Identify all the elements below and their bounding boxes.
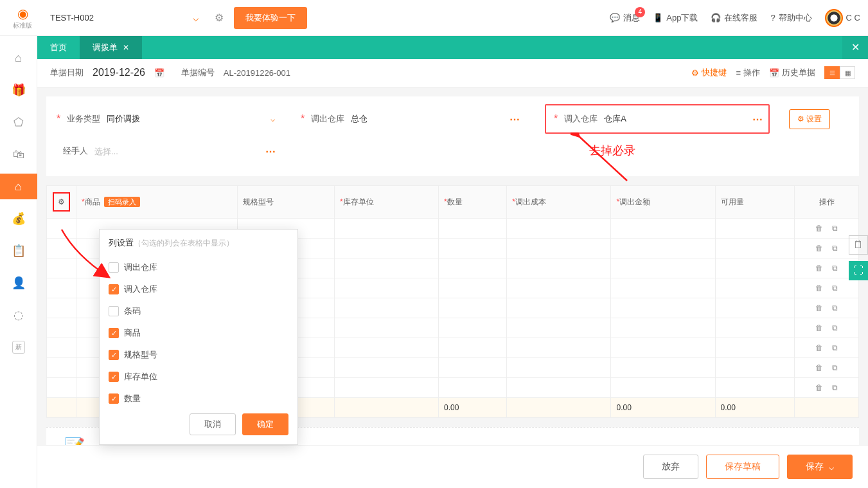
biz-type-field[interactable]: *业务类型 同价调拨 ⌵ bbox=[57, 113, 281, 125]
column-option[interactable]: ✓库存单位 bbox=[109, 366, 288, 388]
checkbox-icon bbox=[109, 262, 119, 273]
settings-button[interactable]: ⚙ 设置 bbox=[789, 109, 830, 129]
delete-icon[interactable]: 🗑 bbox=[815, 323, 823, 332]
nav-clipboard-icon[interactable]: 📋 bbox=[12, 244, 25, 257]
gear-icon[interactable]: ⚙ bbox=[215, 12, 224, 24]
out-store-field[interactable]: *调出仓库 总仓 ⋯ bbox=[301, 113, 526, 125]
delete-icon[interactable]: 🗑 bbox=[815, 224, 823, 233]
chevron-down-icon: ⌵ bbox=[193, 12, 199, 24]
nav-bag-icon[interactable]: 🛍 bbox=[12, 148, 25, 161]
copy-icon[interactable]: ⧉ bbox=[832, 323, 838, 332]
tab-transfer[interactable]: 调拨单 ✕ bbox=[80, 36, 142, 59]
nav-contact-icon[interactable]: 👤 bbox=[12, 276, 25, 289]
doc-date-value[interactable]: 2019-12-26 bbox=[93, 67, 145, 78]
app-download-link[interactable]: 📱 App下载 bbox=[653, 12, 698, 24]
cancel-button[interactable]: 取消 bbox=[190, 413, 236, 435]
tab-bar: 首页 调拨单 ✕ ✕ bbox=[37, 36, 868, 59]
popup-title: 列设置（勾选的列会在表格中显示） bbox=[100, 230, 297, 257]
sum-amount: 0.00 bbox=[611, 398, 715, 418]
close-icon[interactable]: ✕ bbox=[123, 43, 129, 52]
more-icon[interactable]: ⋯ bbox=[752, 113, 762, 125]
col-out-cost: *调出成本 bbox=[507, 186, 611, 219]
calendar-icon[interactable]: 📅 bbox=[154, 68, 164, 78]
copy-icon[interactable]: ⧉ bbox=[832, 363, 838, 372]
abandon-button[interactable]: 放弃 bbox=[643, 455, 698, 479]
nav-money-icon[interactable]: 💰 bbox=[12, 212, 25, 225]
help-center-link[interactable]: ? 帮助中心 bbox=[770, 12, 811, 24]
column-settings-popup: 列设置（勾选的列会在表格中显示） 调出仓库✓调入仓库条码✓商品✓规格型号✓库存单… bbox=[99, 229, 298, 445]
expand-icon[interactable]: ⛶ bbox=[849, 261, 868, 280]
column-settings-button[interactable]: ⚙ bbox=[53, 192, 70, 212]
nav-new-icon[interactable]: 新 bbox=[12, 341, 25, 354]
view-toggle: ☰ ▦ bbox=[824, 66, 855, 79]
handler-field[interactable]: 经手人 ⋯ bbox=[57, 145, 281, 157]
copy-icon[interactable]: ⧉ bbox=[832, 383, 838, 392]
handler-input[interactable] bbox=[94, 147, 281, 156]
chevron-down-icon: ⌵ bbox=[829, 462, 834, 472]
store-name: TEST-H002 bbox=[50, 13, 94, 23]
save-draft-button[interactable]: 保存草稿 bbox=[706, 455, 779, 479]
nav-loading-icon[interactable]: ◌ bbox=[12, 309, 25, 321]
nav-home-icon[interactable]: ⌂ bbox=[12, 51, 25, 64]
edition-label: 标准版 bbox=[13, 21, 32, 30]
column-option[interactable]: ✓调入仓库 bbox=[109, 278, 288, 300]
nav-tag-icon[interactable]: ⬠ bbox=[12, 116, 25, 129]
close-all-icon[interactable]: ✕ bbox=[842, 36, 868, 59]
message-badge: 4 bbox=[635, 7, 645, 17]
copy-icon[interactable]: ⧉ bbox=[832, 264, 838, 273]
delete-icon[interactable]: 🗑 bbox=[815, 303, 823, 312]
col-out-amount: *调出金额 bbox=[611, 186, 715, 219]
content-area: 首页 调拨单 ✕ ✕ 单据日期 2019-12-26 📅 单据编号 AL-201… bbox=[37, 36, 868, 488]
doc-date-label: 单据日期 bbox=[50, 67, 84, 78]
col-product: *商品扫码录入 bbox=[76, 186, 238, 219]
column-option[interactable]: 条码 bbox=[109, 300, 288, 322]
save-button[interactable]: 保存⌵ bbox=[787, 455, 853, 479]
column-option[interactable]: ✓数量 bbox=[109, 388, 288, 404]
try-button[interactable]: 我要体验一下 bbox=[234, 7, 307, 29]
doc-no-label: 单据编号 bbox=[181, 67, 215, 78]
chat-icon: 💬 bbox=[610, 13, 620, 23]
delete-icon[interactable]: 🗑 bbox=[815, 343, 823, 352]
checkbox-icon: ✓ bbox=[109, 350, 119, 360]
messages-link[interactable]: 💬 消息 4 bbox=[610, 12, 640, 24]
tab-home[interactable]: 首页 bbox=[37, 36, 80, 59]
store-selector[interactable]: TEST-H002 ⌵ bbox=[50, 8, 204, 28]
history-link[interactable]: 📅历史单据 bbox=[769, 67, 815, 78]
delete-icon[interactable]: 🗑 bbox=[815, 244, 823, 253]
col-ops: 操作 bbox=[795, 186, 859, 219]
view-grid-icon[interactable]: ▦ bbox=[840, 66, 855, 79]
doc-toolbar: 单据日期 2019-12-26 📅 单据编号 AL-20191226-001 ⚙… bbox=[37, 59, 868, 88]
more-icon[interactable]: ⋯ bbox=[509, 113, 519, 125]
confirm-button[interactable]: 确定 bbox=[242, 413, 288, 435]
copy-icon[interactable]: ⧉ bbox=[832, 343, 838, 352]
delete-icon[interactable]: 🗑 bbox=[815, 264, 823, 273]
column-option[interactable]: 调出仓库 bbox=[109, 257, 288, 278]
column-list[interactable]: 调出仓库✓调入仓库条码✓商品✓规格型号✓库存单位✓数量单位2 bbox=[100, 257, 297, 404]
checkbox-icon bbox=[109, 306, 119, 316]
more-icon[interactable]: ⋯ bbox=[265, 145, 275, 158]
copy-icon[interactable]: ⧉ bbox=[832, 284, 838, 293]
form-area: *业务类型 同价调拨 ⌵ *调出仓库 总仓 ⋯ *调入仓库 仓库A ⋯ ⚙ 设置 bbox=[46, 96, 859, 176]
column-option[interactable]: ✓商品 bbox=[109, 322, 288, 344]
user-menu[interactable]: C C bbox=[825, 9, 860, 27]
in-store-field[interactable]: *调入仓库 仓库A ⋯ bbox=[545, 104, 770, 134]
logo[interactable]: ◉ 标准版 bbox=[8, 6, 37, 30]
nav-warehouse-icon[interactable]: ⌂ bbox=[0, 174, 37, 199]
delete-icon[interactable]: 🗑 bbox=[815, 383, 823, 392]
copy-icon[interactable]: ⧉ bbox=[832, 244, 838, 253]
scan-button[interactable]: 扫码录入 bbox=[104, 197, 140, 207]
phone-icon: 📱 bbox=[653, 13, 663, 23]
checkbox-icon: ✓ bbox=[109, 393, 119, 404]
copy-icon[interactable]: ⧉ bbox=[832, 303, 838, 312]
nav-gift-icon[interactable]: 🎁 bbox=[12, 84, 25, 96]
delete-icon[interactable]: 🗑 bbox=[815, 363, 823, 372]
sum-avail: 0.00 bbox=[715, 398, 794, 418]
copy-icon[interactable]: ⧉ bbox=[832, 224, 838, 233]
column-option[interactable]: ✓规格型号 bbox=[109, 344, 288, 366]
note-toggle-icon[interactable]: 🗒 bbox=[849, 235, 868, 255]
online-service-link[interactable]: 🎧 在线客服 bbox=[711, 12, 757, 24]
view-list-icon[interactable]: ☰ bbox=[824, 66, 840, 79]
operate-link[interactable]: ≡操作 bbox=[736, 67, 760, 78]
shortcut-link[interactable]: ⚙快捷键 bbox=[691, 67, 727, 78]
delete-icon[interactable]: 🗑 bbox=[815, 284, 823, 293]
